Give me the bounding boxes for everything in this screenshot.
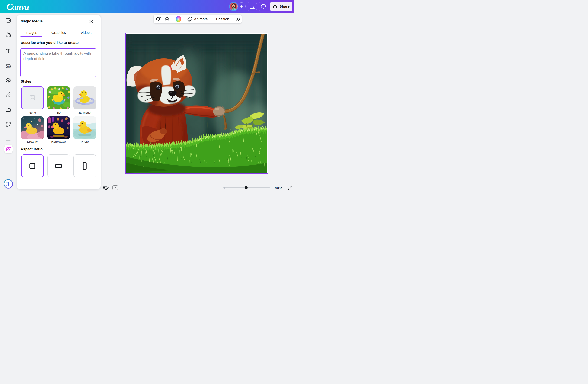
svg-text:co: co	[7, 65, 9, 68]
